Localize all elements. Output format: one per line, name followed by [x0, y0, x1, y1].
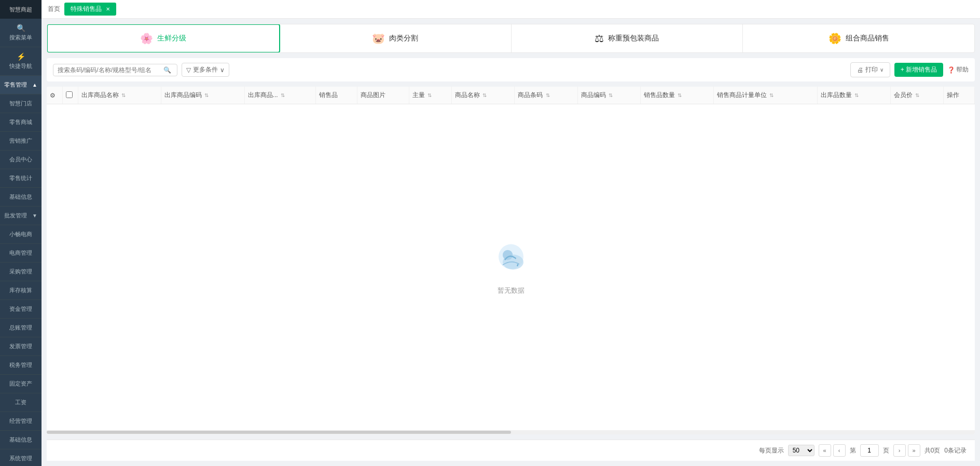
- svg-point-2: [503, 250, 513, 260]
- sidebar-item-tax-mgmt[interactable]: 税务管理: [0, 356, 42, 375]
- app-logo: 智慧商超: [0, 0, 42, 19]
- th-out-stock-qty: 出库品数量 ⇅: [817, 87, 890, 104]
- sidebar-item-sys-mgmt[interactable]: 系统管理: [0, 449, 42, 466]
- cat-tab-weigh-package[interactable]: ⚖ 称重预包装商品: [512, 24, 743, 52]
- th-action: 操作: [943, 87, 975, 104]
- total-pages: 共0页: [924, 446, 941, 455]
- page-nav: « ‹ 第 页 › »: [819, 444, 920, 457]
- sidebar-item-fixed-assets[interactable]: 固定资产: [0, 375, 42, 393]
- sidebar-item-retail-mall[interactable]: 零售商城: [0, 113, 42, 132]
- th-out-product-name: 出库商品名称 ⇅: [78, 87, 161, 104]
- sidebar-item-basic-info2[interactable]: 基础信息: [0, 431, 42, 449]
- th-product-code: 商品编码 ⇅: [577, 87, 640, 104]
- sidebar: 智慧商超 🔍 搜索菜单 ⚡ 快捷导航 零售管理 ▲ 智慧门店 零售商城 营销推广…: [0, 0, 42, 466]
- page-suffix: 页: [883, 446, 889, 455]
- sidebar-item-retail-stat[interactable]: 零售统计: [0, 169, 42, 188]
- svg-point-3: [515, 257, 522, 264]
- th-product-barcode: 商品条码 ⇅: [515, 87, 577, 104]
- first-page-button[interactable]: «: [819, 444, 831, 457]
- sidebar-item-finance[interactable]: 资金管理: [0, 300, 42, 319]
- print-button[interactable]: 🖨 打印 ∨: [850, 62, 890, 77]
- sidebar-item-salary[interactable]: 工资: [0, 393, 42, 412]
- select-all-checkbox[interactable]: [66, 91, 73, 98]
- sidebar-item-ops-mgmt[interactable]: 经营管理: [0, 412, 42, 431]
- cat-tab-meat-cut[interactable]: 🐷 肉类分割: [280, 24, 512, 52]
- chevron-down-icon2: ▼: [32, 213, 37, 218]
- sort-icon6[interactable]: ⇅: [546, 92, 550, 98]
- sort-icon[interactable]: ⇅: [121, 92, 126, 98]
- empty-illustration: [490, 239, 532, 281]
- fresh-grade-icon: 🌸: [140, 32, 153, 45]
- sort-icon10[interactable]: ⇅: [854, 92, 859, 98]
- sidebar-item-retail-mgmt[interactable]: 零售管理 ▲: [0, 76, 42, 94]
- cat-tab-combo-product[interactable]: 🌼 组合商品销售: [743, 24, 974, 52]
- th-checkbox[interactable]: [62, 87, 78, 104]
- empty-text: 暂无数据: [498, 286, 524, 295]
- th-member-price: 会员价 ⇅: [890, 87, 943, 104]
- th-sales-qty: 销售品数量 ⇅: [641, 87, 714, 104]
- sort-icon3[interactable]: ⇅: [281, 92, 285, 98]
- sidebar-item-basic-info[interactable]: 基础信息: [0, 188, 42, 207]
- close-tab-icon[interactable]: ✕: [106, 6, 110, 12]
- toolbar-left: 🔍 ▽ 更多条件 ∨: [53, 63, 229, 77]
- sidebar-item-purchase-mgmt[interactable]: 采购管理: [0, 263, 42, 281]
- horizontal-scrollbar[interactable]: [47, 430, 975, 434]
- sidebar-item-invoice-mgmt[interactable]: 发票管理: [0, 337, 42, 356]
- sidebar-item-sales-promo[interactable]: 营销推广: [0, 132, 42, 150]
- sort-icon4[interactable]: ⇅: [427, 92, 432, 98]
- data-table: ⚙ 出库商品名称 ⇅ 出库商品编码 ⇅ 出库商品: [47, 87, 975, 104]
- prev-page-button[interactable]: ‹: [833, 444, 846, 457]
- sort-icon7[interactable]: ⇅: [609, 92, 613, 98]
- search-icon: 🔍: [163, 66, 171, 74]
- pagination: 每页显示 50 10 20 100 « ‹ 第 页 › » 共0页 0条记录: [47, 440, 975, 461]
- search-order-icon: 🔍: [17, 24, 25, 32]
- search-input[interactable]: [58, 66, 161, 74]
- scrollbar-thumb[interactable]: [47, 431, 511, 434]
- th-sales-product: 销售品: [316, 87, 357, 104]
- th-sales-unit: 销售商品计量单位 ⇅: [714, 87, 818, 104]
- toolbar: 🔍 ▽ 更多条件 ∨ 🖨 打印 ∨ + 新增销售品 ❓ 帮助: [47, 58, 975, 81]
- cat-tab-fresh-grade[interactable]: 🌸 生鲜分级: [47, 24, 280, 53]
- print-chevron-icon: ∨: [880, 67, 884, 73]
- th-product-name: 商品名称 ⇅: [452, 87, 515, 104]
- th-out-product-extra: 出库商品... ⇅: [244, 87, 316, 104]
- sort-icon11[interactable]: ⇅: [915, 92, 919, 98]
- th-product-image: 商品图片: [357, 87, 409, 104]
- page-label: 第: [850, 446, 856, 455]
- table-wrapper: ⚙ 出库商品名称 ⇅ 出库商品编码 ⇅ 出库商品: [47, 87, 975, 434]
- th-settings[interactable]: ⚙: [47, 87, 62, 104]
- sort-icon2[interactable]: ⇅: [204, 92, 209, 98]
- sidebar-item-smart-store[interactable]: 智慧门店: [0, 94, 42, 113]
- sort-icon8[interactable]: ⇅: [678, 92, 682, 98]
- per-page-select[interactable]: 50 10 20 100: [788, 445, 815, 456]
- sidebar-item-inventory[interactable]: 库存核算: [0, 281, 42, 300]
- next-page-button[interactable]: ›: [893, 444, 906, 457]
- sidebar-item-general-mgmt[interactable]: 总账管理: [0, 319, 42, 337]
- add-button[interactable]: + 新增销售品: [894, 63, 943, 77]
- sidebar-item-mini-ecom[interactable]: 小畅电商: [0, 225, 42, 244]
- search-box[interactable]: 🔍: [53, 64, 177, 76]
- help-icon: ❓: [947, 66, 955, 74]
- page-content: 🌸 生鲜分级 🐷 肉类分割 ⚖ 称重预包装商品 🌼 组合商品销售 🔍: [42, 19, 980, 466]
- page-input[interactable]: [860, 444, 879, 457]
- sidebar-item-wholesale-mgmt[interactable]: 批发管理 ▼: [0, 207, 42, 225]
- home-link[interactable]: 首页: [48, 5, 60, 13]
- combo-product-icon: 🌼: [829, 32, 841, 45]
- print-icon: 🖨: [857, 66, 863, 74]
- last-page-button[interactable]: »: [908, 444, 920, 457]
- empty-state: 暂无数据: [47, 104, 975, 430]
- filter-button[interactable]: ▽ 更多条件 ∨: [182, 63, 229, 77]
- sidebar-item-member-center[interactable]: 会员中心: [0, 150, 42, 169]
- sort-icon9[interactable]: ⇅: [769, 92, 774, 98]
- meat-cut-icon: 🐷: [372, 32, 385, 45]
- topbar: 首页 特殊销售品 ✕: [42, 0, 980, 19]
- help-button[interactable]: ❓ 帮助: [947, 65, 969, 74]
- sidebar-item-search-order[interactable]: 🔍 搜索菜单: [0, 19, 42, 47]
- sidebar-item-quick-nav[interactable]: ⚡ 快捷导航: [0, 47, 42, 76]
- category-tabs: 🌸 生鲜分级 🐷 肉类分割 ⚖ 称重预包装商品 🌼 组合商品销售: [47, 24, 975, 53]
- sort-icon5[interactable]: ⇅: [482, 92, 487, 98]
- th-out-product-code: 出库商品编码 ⇅: [161, 87, 245, 104]
- total-records: 0条记录: [944, 446, 967, 455]
- active-tab[interactable]: 特殊销售品 ✕: [64, 3, 116, 16]
- sidebar-item-ecom-mgmt[interactable]: 电商管理: [0, 244, 42, 263]
